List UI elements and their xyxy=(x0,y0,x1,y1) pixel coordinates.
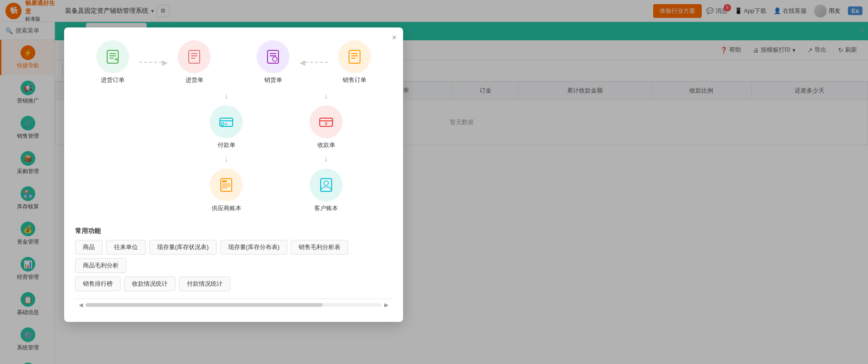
flow-supplier-ledger: 供应商账本 xyxy=(210,168,243,212)
arrow-purchase-down: ↓ xyxy=(224,92,229,100)
common-btn-goods-gross[interactable]: 商品毛利分析 xyxy=(75,258,126,273)
arrow-receive-down: ↓ xyxy=(324,155,328,163)
svg-rect-28 xyxy=(321,179,332,191)
svg-text:¥: ¥ xyxy=(224,122,228,126)
common-btn-pay-stats[interactable]: 付款情况统计 xyxy=(179,277,230,291)
flow-circle-purchase-order xyxy=(96,40,129,73)
common-btn-collect-stats[interactable]: 收款情况统计 xyxy=(124,277,175,291)
svg-rect-0 xyxy=(107,50,118,63)
svg-rect-12 xyxy=(349,50,360,63)
flow-circle-sales xyxy=(257,40,289,73)
flow-sales-order: 销售订单 xyxy=(338,40,371,84)
scroll-track[interactable] xyxy=(86,303,382,307)
common-title: 常用功能 xyxy=(75,227,392,235)
scroll-thumb xyxy=(86,303,322,307)
modal-close-btn[interactable]: × xyxy=(392,33,397,43)
arrow-sales-down: ↓ xyxy=(324,92,328,100)
common-btn-stock-status[interactable]: 现存量(库存状况表) xyxy=(149,240,217,255)
scroll-right-arrow[interactable]: ▶ xyxy=(384,302,388,308)
common-btns-row2: 销售排行榜 收款情况统计 付款情况统计 xyxy=(75,277,392,291)
svg-point-11 xyxy=(273,57,277,61)
svg-point-29 xyxy=(324,181,328,185)
flow-circle-sales-order xyxy=(338,40,371,73)
flow-circle-payment: ¥ xyxy=(210,105,243,138)
flow-purchase-order: 进货订单 xyxy=(96,40,129,84)
common-btns-row1: 商品 往来单位 现存量(库存状况表) 现存量(库存分布表) 销售毛利分析表 商品… xyxy=(75,240,392,273)
arrow-payment-down: ↓ xyxy=(224,155,229,163)
flow-circle-customer-ledger xyxy=(310,168,343,201)
arrow-purchase-order-to-purchase: ▶ xyxy=(139,58,168,67)
flow-purchase: 进货单 xyxy=(178,40,211,84)
common-btn-stock-dist[interactable]: 现存量(库存分布表) xyxy=(220,240,288,255)
flow-receive: ¥ 收款单 xyxy=(310,105,343,149)
svg-rect-4 xyxy=(189,50,200,63)
flow-payment: ¥ 付款单 xyxy=(210,105,243,149)
common-btn-goods[interactable]: 商品 xyxy=(75,240,103,255)
popup-modal: × 进货订单 xyxy=(64,27,403,322)
svg-rect-8 xyxy=(267,50,278,63)
arrow-sales-order-to-sales: ◀ xyxy=(300,58,328,67)
common-btn-partners[interactable]: 往来单位 xyxy=(106,240,146,255)
svg-rect-21 xyxy=(222,180,227,182)
svg-point-18 xyxy=(221,123,224,125)
flow-sales: 销货单 xyxy=(257,40,289,84)
flow-customer-ledger: 客户账本 xyxy=(310,168,343,212)
flow-circle-supplier-ledger xyxy=(210,168,243,201)
svg-text:¥: ¥ xyxy=(324,121,328,126)
common-btn-sales-gross[interactable]: 销售毛利分析表 xyxy=(291,240,348,255)
common-functions: 常用功能 商品 往来单位 现存量(库存状况表) 现存量(库存分布表) 销售毛利分… xyxy=(75,227,392,291)
flow-diagram: 进货订单 ▶ xyxy=(75,37,392,216)
flow-circle-receive: ¥ xyxy=(310,105,343,138)
scroll-bar: ◀ ▶ xyxy=(75,299,392,311)
scroll-left-arrow[interactable]: ◀ xyxy=(79,302,83,308)
flow-circle-purchase xyxy=(178,40,211,73)
common-btn-sales-rank[interactable]: 销售排行榜 xyxy=(75,277,120,291)
